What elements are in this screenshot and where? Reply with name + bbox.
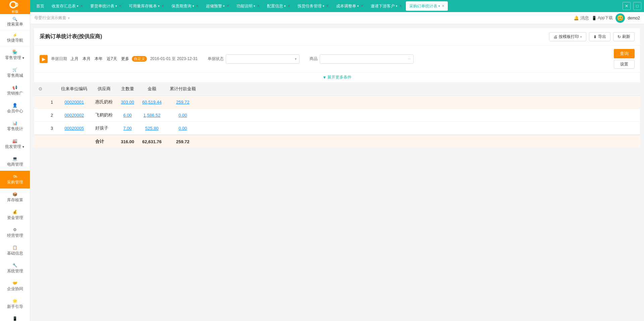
close-icon10[interactable]: ✕ — [399, 1, 402, 11]
row-unit-code[interactable]: 00020002 — [57, 109, 91, 122]
sidebar-ecommerce-label: 电商管理 — [7, 162, 23, 167]
row-supplier: 好孩子 — [91, 122, 117, 135]
row-main-qty[interactable]: 303.00 — [117, 96, 138, 109]
sidebar: 标版 🔍 搜索菜单 ⚡ 快捷导航 🏪 零售管理 ▼ 🛒 零售商城 📢 营销推广 … — [0, 0, 30, 321]
sidebar-item-system[interactable]: 🔧 系统管理 — [0, 260, 30, 277]
date-shortcut-thisyear[interactable]: 本年 — [93, 55, 104, 62]
settings-button[interactable]: 设置 — [614, 60, 635, 69]
print-button[interactable]: 🖨 按模板打印 ▾ — [549, 32, 586, 41]
sidebar-item-search[interactable]: 🔍 搜索菜单 — [0, 14, 30, 30]
th-settings: ⚙ — [34, 83, 47, 96]
date-shortcut-7days[interactable]: 近7天 — [105, 55, 118, 62]
tab-cost-adjust[interactable]: 成本调整单 ▾ ✕ — [333, 1, 367, 11]
row-unit-code[interactable]: 00020005 — [57, 122, 91, 135]
sidebar-item-member[interactable]: 👤 会员中心 — [0, 100, 30, 117]
close-icon8[interactable]: ✕ — [326, 1, 329, 11]
close-icon4[interactable]: ✕ — [196, 1, 199, 11]
close-icon9[interactable]: ✕ — [361, 1, 363, 11]
date-shortcut-lastmonth[interactable]: 上月 — [69, 55, 80, 62]
export-button[interactable]: ⬇ 导出 — [589, 32, 610, 41]
row-main-qty[interactable]: 7.00 — [117, 122, 138, 135]
sidebar-item-newguide[interactable]: 🌟 新手引导 — [0, 295, 30, 313]
tab-function-desc[interactable]: 功能说明 ▾ ✕ — [233, 1, 263, 11]
close-icon6[interactable]: ✕ — [257, 1, 260, 11]
breadcrumb-text: 母婴行业演示账套 — [34, 15, 66, 21]
date-shortcut-thismonth[interactable]: 本月 — [81, 55, 92, 62]
sidebar-retail-label: 零售管理 — [5, 55, 21, 61]
sidebar-item-purchase[interactable]: 🛍 采购管理 — [0, 171, 30, 189]
print-label: 按模板打印 — [559, 34, 579, 40]
chevron-icon9: ▾ — [357, 1, 359, 11]
expand-button[interactable]: ▼ 展开更多条件 — [323, 74, 352, 80]
row-amount[interactable]: 1,586.52 — [138, 109, 166, 122]
purchase-icon: 🛍 — [13, 174, 17, 179]
row-unit-code[interactable]: 00020001 — [57, 96, 91, 109]
close-icon3[interactable]: ✕ — [161, 1, 164, 11]
sidebar-item-appcenter[interactable]: 📱 应用中心 — [0, 313, 30, 321]
sidebar-item-finance[interactable]: 💰 资金管理 — [0, 206, 30, 224]
close-icon7[interactable]: ✕ — [287, 1, 290, 11]
row-main-qty[interactable]: 6.00 — [117, 109, 138, 122]
row-amount[interactable]: 60,519.44 — [138, 96, 166, 109]
chevron-icon6: ▾ — [254, 1, 255, 11]
sidebar-item-quick-nav[interactable]: ⚡ 快捷导航 — [0, 30, 30, 46]
stat-icon: 📊 — [12, 121, 17, 125]
date-filter-group: 单据日期 上月 本月 本年 近7天 更多 自定义 — [51, 55, 147, 62]
tab-order-summary[interactable]: 要货单统计表 ▾ ✕ — [87, 1, 125, 11]
page-title: 采购订单统计表(按供应商) — [40, 33, 102, 40]
notification-button[interactable]: 🔔 消息 — [574, 15, 589, 21]
tab-receive-summary[interactable]: 收发存汇总表 ▾ ✕ — [48, 1, 86, 11]
page-card: 采购订单统计表(按供应商) 🖨 按模板打印 ▾ ⬇ 导出 ↻ 刷新 — [34, 28, 640, 148]
row-amount[interactable]: 525.80 — [138, 122, 166, 135]
sidebar-item-retail-shop[interactable]: 🛒 零售商城 — [0, 64, 30, 82]
tab-receive-label: 收发存汇总表 — [52, 1, 76, 11]
row-paid-amount[interactable]: 259.72 — [166, 96, 200, 109]
close-icon11[interactable]: ✕ — [442, 1, 444, 11]
topbar-actions: ✕ □ — [623, 2, 641, 10]
sidebar-item-enterprise[interactable]: 🤝 企业协同 — [0, 277, 30, 295]
status-select[interactable]: ▾ — [226, 54, 300, 64]
tab-pick-task[interactable]: 拣货任务管理 ▾ ✕ — [294, 1, 332, 11]
tab-available-inventory[interactable]: 可用量库存账本 ▾ ✕ — [125, 1, 167, 11]
close-icon[interactable]: ✕ — [80, 1, 83, 11]
sidebar-item-inventory[interactable]: 📦 库存核算 — [0, 189, 30, 206]
user-name[interactable]: demo2 — [628, 16, 640, 20]
sidebar-item-wholesale[interactable]: 🏭 批发管理 ▼ — [0, 135, 30, 153]
sidebar-item-operations[interactable]: ⚙ 经营管理 — [0, 224, 30, 242]
tab-home[interactable]: 首页 — [33, 1, 48, 11]
app-download-button[interactable]: 📱 App下载 — [592, 15, 613, 21]
sidebar-item-marketing[interactable]: 📢 营销推广 — [0, 82, 30, 100]
th-main-qty: 主数量 — [117, 83, 138, 96]
close-icon2[interactable]: ✕ — [119, 1, 121, 11]
search-icon: 🔍 — [0, 17, 30, 21]
bell-icon: 🔔 — [574, 15, 579, 20]
svg-point-1 — [11, 2, 15, 7]
goods-input[interactable]: ··· — [320, 54, 414, 64]
window-close-button[interactable]: ✕ — [623, 2, 631, 10]
tab-overstock[interactable]: 超储预警 ▾ ✕ — [203, 1, 232, 11]
sidebar-search-label: 搜索菜单 — [0, 21, 30, 27]
gear-icon[interactable]: ⚙ — [38, 86, 43, 92]
query-button[interactable]: 查询 — [614, 49, 635, 58]
tab-shelf-life[interactable]: 保质期查询 ▾ ✕ — [168, 1, 202, 11]
tab-purchase-order-summary[interactable]: 采购订单统计表 ▾ ✕ — [406, 1, 448, 11]
expand-icon: ▼ — [323, 75, 327, 80]
row-paid-amount[interactable]: 0.00 — [166, 109, 200, 122]
chevron-icon5: ▾ — [223, 1, 225, 11]
row-paid-amount[interactable]: 0.00 — [166, 122, 200, 135]
date-shortcut-more[interactable]: 更多 — [120, 55, 130, 62]
close-icon5[interactable]: ✕ — [226, 1, 229, 11]
sidebar-item-basic[interactable]: 📋 基础信息 — [0, 242, 30, 260]
sidebar-item-retail-stat[interactable]: 📊 零售统计 — [0, 117, 30, 135]
sidebar-item-retail[interactable]: 🏪 零售管理 ▼ — [0, 46, 30, 64]
marketing-icon: 📢 — [12, 85, 17, 90]
refresh-button[interactable]: ↻ 刷新 — [613, 32, 635, 41]
sidebar-item-ecommerce[interactable]: 💻 电商管理 — [0, 153, 30, 171]
tab-invite-downstream[interactable]: 邀请下游客户 ▾ ✕ — [367, 1, 405, 11]
expand-row: ▼ 展开更多条件 — [34, 72, 640, 83]
tab-config-info[interactable]: 配置信息 ▾ ✕ — [264, 1, 293, 11]
filter-toggle-button[interactable]: ▶ — [40, 55, 48, 63]
window-maximize-button[interactable]: □ — [633, 2, 641, 10]
page-content: 采购订单统计表(按供应商) 🖨 按模板打印 ▾ ⬇ 导出 ↻ 刷新 — [30, 24, 644, 321]
user-avatar[interactable]: 😊 — [615, 13, 625, 23]
